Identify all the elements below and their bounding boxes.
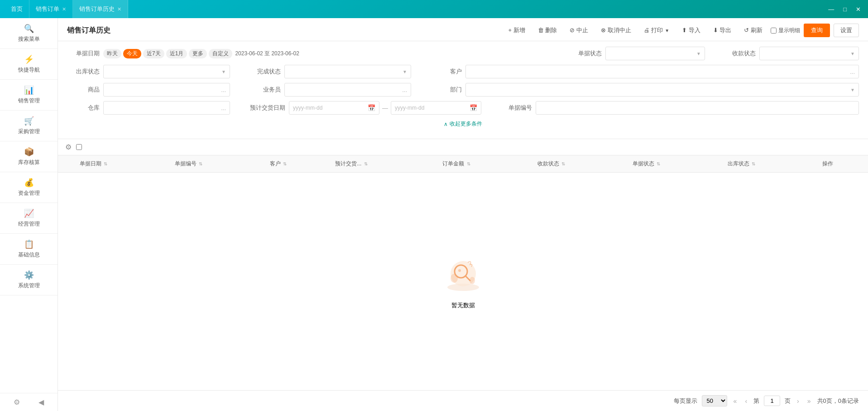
- data-table: 单据日期 ⇅ 单据编号 ⇅ 客户 ⇅ 预计交货...: [58, 155, 868, 173]
- sidebar-item-search[interactable]: 🔍 搜索菜单: [0, 18, 58, 49]
- th-customer-sort-icon[interactable]: ⇅: [283, 161, 287, 166]
- refresh-button[interactable]: ↺ 刷新: [739, 24, 767, 37]
- customer-field[interactable]: ...: [465, 65, 859, 78]
- select-all-checkbox[interactable]: [76, 144, 82, 150]
- warehouse-field[interactable]: ...: [103, 101, 230, 115]
- product-dots-icon[interactable]: ...: [221, 87, 226, 93]
- th-out-stock-status[interactable]: 出库状态 ⇅: [724, 155, 819, 173]
- maximize-button[interactable]: □: [840, 5, 849, 14]
- warehouse-dots-icon[interactable]: ...: [221, 105, 226, 111]
- sidebar-item-inventory[interactable]: 📦 库存核算: [0, 141, 58, 172]
- department-field[interactable]: ▼: [465, 83, 859, 97]
- date-chip-1month[interactable]: 近1月: [166, 49, 187, 58]
- next-page-button[interactable]: ›: [795, 396, 801, 406]
- sidebar-item-operations[interactable]: 📈 经营管理: [0, 203, 58, 234]
- tab-sales-order-label: 销售订单: [36, 5, 59, 13]
- date-chip-yesterday[interactable]: 昨天: [103, 49, 121, 58]
- table-footer: 每页显示 10 20 50 100 « ‹ 第 页 › » 共0页，0条记录: [58, 390, 868, 411]
- collapse-label: 收起更多条件: [450, 120, 482, 128]
- sidebar-item-operations-label: 经营管理: [18, 220, 40, 228]
- show-detail-label: 显示明细: [771, 27, 800, 34]
- sidebar-item-purchase[interactable]: 🛒 采购管理: [0, 111, 58, 141]
- date-chip-today[interactable]: 今天: [123, 49, 141, 58]
- payment-status-field[interactable]: ▼: [759, 47, 859, 60]
- query-button[interactable]: 查询: [804, 24, 830, 37]
- sidebar-item-inventory-label: 库存核算: [18, 159, 40, 166]
- th-payment-status[interactable]: 收款状态 ⇅: [534, 155, 629, 173]
- th-out-stock-status-label: 出库状态: [728, 160, 749, 167]
- table-header: 单据日期 ⇅ 单据编号 ⇅ 客户 ⇅ 预计交货...: [58, 155, 868, 173]
- date-chip-more[interactable]: 更多: [189, 49, 207, 58]
- tab-sales-order[interactable]: 销售订单 ✕: [29, 0, 73, 18]
- th-payment-status-sort-icon[interactable]: ⇅: [561, 161, 565, 166]
- sidebar-item-quicknav[interactable]: ⚡ 快捷导航: [0, 49, 58, 80]
- calendar-from-icon[interactable]: 📅: [368, 104, 375, 111]
- export-button[interactable]: ⬇ 导出: [709, 24, 736, 37]
- filter-row-3: 商品 ... 业务员 ... 部门 ▼: [67, 83, 859, 97]
- date-shortcuts-group: 昨天 今天 近7天 近1月 更多 自定义 2023-06-02 至 2023-0…: [103, 49, 551, 58]
- sidebar-collapse-icon[interactable]: ◀: [38, 398, 44, 406]
- collapse-button[interactable]: ∧ 收起更多条件: [444, 119, 482, 129]
- tab-sales-order-close[interactable]: ✕: [62, 6, 66, 12]
- sidebar-item-basic-info-label: 基础信息: [18, 251, 40, 259]
- th-doc-status[interactable]: 单据状态 ⇅: [629, 155, 724, 173]
- th-expected-delivery[interactable]: 预计交货... ⇅: [331, 155, 439, 173]
- th-date-sort-icon[interactable]: ⇅: [104, 161, 107, 166]
- th-doc-status-sort-icon[interactable]: ⇅: [657, 161, 660, 166]
- import-button[interactable]: ⬆ 导入: [677, 24, 705, 37]
- calendar-to-icon[interactable]: 📅: [470, 104, 477, 111]
- product-field[interactable]: ...: [103, 83, 230, 97]
- sidebar-item-system-label: 系统管理: [18, 282, 40, 290]
- date-to-field[interactable]: yyyy-mm-dd 📅: [391, 101, 481, 115]
- th-expected-delivery-sort-icon[interactable]: ⇅: [364, 161, 368, 166]
- sidebar-item-finance[interactable]: 💰 资金管理: [0, 172, 58, 203]
- table-settings-icon[interactable]: ⚙: [65, 143, 72, 151]
- customer-dots-icon[interactable]: ...: [850, 68, 855, 75]
- last-page-button[interactable]: »: [806, 396, 813, 406]
- settings-button[interactable]: 设置: [834, 24, 859, 37]
- th-customer[interactable]: 客户 ⇅: [266, 155, 332, 173]
- tab-sales-history[interactable]: 销售订单历史 ✕: [73, 0, 128, 18]
- delete-button[interactable]: 🗑 删除: [533, 24, 562, 37]
- th-number-sort-icon[interactable]: ⇅: [199, 161, 202, 166]
- cancel-stop-button[interactable]: ⊗ 取消中止: [596, 24, 636, 37]
- page-size-select[interactable]: 10 20 50 100: [702, 395, 727, 406]
- show-detail-checkbox[interactable]: [771, 28, 777, 34]
- date-chip-7days[interactable]: 近7天: [143, 49, 164, 58]
- stop-button[interactable]: ⊘ 中止: [565, 24, 593, 37]
- sidebar-item-basic-info[interactable]: 📋 基础信息: [0, 234, 58, 265]
- payment-status-arrow-icon: ▼: [850, 51, 855, 56]
- sidebar-item-sales[interactable]: 📊 销售管理: [0, 80, 58, 111]
- doc-status-field[interactable]: ▼: [605, 47, 705, 60]
- complete-status-field[interactable]: ▼: [284, 65, 411, 78]
- operations-icon: 📈: [24, 208, 34, 218]
- tab-sales-history-close[interactable]: ✕: [117, 6, 121, 12]
- tab-home[interactable]: 首页: [5, 0, 29, 18]
- sidebar-settings-icon[interactable]: ⚙: [14, 398, 20, 406]
- th-date[interactable]: 单据日期 ⇅: [76, 155, 171, 173]
- prev-page-button[interactable]: ‹: [743, 396, 749, 406]
- new-button[interactable]: + 新增: [504, 24, 530, 37]
- th-order-amount[interactable]: 订单金额 ⇅: [439, 155, 534, 173]
- close-button[interactable]: ✕: [853, 5, 863, 14]
- date-from-field[interactable]: yyyy-mm-dd 📅: [289, 101, 379, 115]
- out-stock-field[interactable]: ▼: [103, 65, 230, 78]
- print-button[interactable]: 🖨 打印 ▼: [639, 24, 674, 37]
- page-number-input[interactable]: [764, 396, 780, 406]
- doc-number-field[interactable]: [536, 101, 859, 115]
- th-order-amount-sort-icon[interactable]: ⇅: [467, 161, 470, 166]
- department-label: 部门: [429, 86, 465, 94]
- sidebar-item-quicknav-label: 快捷导航: [18, 66, 40, 74]
- minimize-button[interactable]: —: [825, 5, 837, 14]
- page-suffix: 页: [785, 397, 791, 405]
- salesperson-dots-icon[interactable]: ...: [402, 87, 407, 93]
- show-detail-text: 显示明细: [778, 27, 800, 34]
- th-number[interactable]: 单据编号 ⇅: [171, 155, 266, 173]
- th-out-stock-status-sort-icon[interactable]: ⇅: [752, 161, 755, 166]
- date-chip-custom[interactable]: 自定义: [209, 49, 232, 58]
- doc-number-label: 单据编号: [499, 104, 536, 112]
- quicknav-icon: ⚡: [24, 54, 34, 64]
- salesperson-field[interactable]: ...: [284, 83, 411, 97]
- sidebar-item-system[interactable]: ⚙️ 系统管理: [0, 265, 58, 295]
- first-page-button[interactable]: «: [732, 396, 739, 406]
